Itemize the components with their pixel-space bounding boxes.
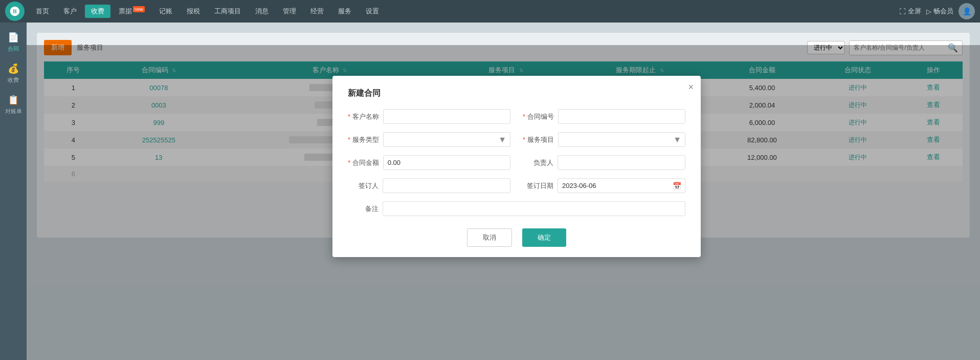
confirm-button[interactable]: 确定 <box>522 228 566 247</box>
nav-message[interactable]: 消息 <box>249 5 275 18</box>
nav-ticket[interactable]: 票据new <box>113 5 151 18</box>
label-contract-amount: 合同金额 <box>348 158 379 167</box>
member-label: 畅会员 <box>933 7 953 16</box>
nav-tax[interactable]: 报税 <box>181 5 206 18</box>
input-contract-no[interactable] <box>558 109 685 124</box>
sidebar-item-contract[interactable]: 📄 合同 <box>1 28 26 57</box>
left-sidebar: 📄 合同 💰 收费 📋 对账单 <box>0 23 27 360</box>
label-signer: 签订人 <box>348 181 378 190</box>
field-service-item: 服务项目 ▼ <box>523 132 685 147</box>
sidebar-item-label-contract: 合同 <box>8 45 19 53</box>
nav-invoice-collect[interactable]: 收费 <box>85 5 110 18</box>
label-sign-date: 签订日期 <box>523 181 553 190</box>
dialog-title: 新建合同 <box>348 88 685 99</box>
invoice-icon: 💰 <box>8 63 19 74</box>
sidebar-item-label-invoice: 收费 <box>8 76 19 84</box>
input-remark[interactable] <box>383 201 685 216</box>
calendar-icon[interactable]: 📅 <box>673 182 681 190</box>
label-contract-no: 合同编号 <box>523 112 554 121</box>
main-content: 新增 服务项目 进行中 已完成 已终止 🔍 序号 合同 <box>27 23 980 360</box>
sidebar-item-statement[interactable]: 📋 对账单 <box>1 90 26 119</box>
sidebar-item-invoice[interactable]: 💰 收费 <box>1 59 26 88</box>
sidebar-item-label-statement: 对账单 <box>5 108 22 115</box>
new-contract-dialog: × 新建合同 客户名称 合同编号 服务类型 ▼ <box>332 76 701 257</box>
field-contract-no: 合同编号 <box>523 109 685 124</box>
nav-operation[interactable]: 经营 <box>304 5 330 18</box>
top-nav: 首页 客户 收费 票据new 记账 报税 工商项目 消息 管理 经营 服务 设置… <box>0 0 980 23</box>
field-service-type: 服务类型 ▼ <box>348 132 510 147</box>
nav-home[interactable]: 首页 <box>30 5 55 18</box>
nav-customer[interactable]: 客户 <box>57 5 83 18</box>
nav-bookkeeping[interactable]: 记账 <box>153 5 179 18</box>
nav-manage[interactable]: 管理 <box>277 5 302 18</box>
select-service-type[interactable] <box>383 132 510 147</box>
input-contract-amount[interactable] <box>383 155 510 170</box>
fullscreen-button[interactable]: ⛶ 全屏 <box>899 7 921 16</box>
field-remark: 备注 <box>348 201 685 216</box>
nav-right: ⛶ 全屏 ▷ 畅会员 👤 <box>899 3 975 19</box>
label-customer-name: 客户名称 <box>348 112 379 121</box>
dialog-footer: 取消 确定 <box>348 228 685 247</box>
field-customer-name: 客户名称 <box>348 109 510 124</box>
nav-items: 首页 客户 收费 票据new 记账 报税 工商项目 消息 管理 经营 服务 设置 <box>30 5 899 18</box>
field-signer: 签订人 <box>348 178 510 193</box>
input-responsible[interactable] <box>558 155 685 170</box>
fullscreen-icon: ⛶ <box>899 8 906 15</box>
new-badge: new <box>133 6 145 12</box>
avatar[interactable]: 👤 <box>959 3 975 19</box>
input-sign-date[interactable] <box>558 178 685 193</box>
input-signer[interactable] <box>383 178 510 193</box>
cancel-button[interactable]: 取消 <box>467 228 512 247</box>
label-service-type: 服务类型 <box>348 135 379 144</box>
label-responsible: 负责人 <box>523 158 553 167</box>
app-logo <box>5 2 25 21</box>
contract-icon: 📄 <box>8 32 19 43</box>
field-contract-amount: 合同金额 <box>348 155 510 170</box>
member-button[interactable]: ▷ 畅会员 <box>926 7 953 16</box>
select-service-item[interactable] <box>558 132 685 147</box>
play-icon: ▷ <box>926 8 931 15</box>
nav-settings[interactable]: 设置 <box>360 5 385 18</box>
nav-service[interactable]: 服务 <box>332 5 358 18</box>
label-remark: 备注 <box>348 204 378 214</box>
field-responsible: 负责人 <box>523 155 685 170</box>
dialog-overlay: × 新建合同 客户名称 合同编号 服务类型 ▼ <box>27 45 980 360</box>
nav-industry[interactable]: 工商项目 <box>208 5 247 18</box>
label-service-item: 服务项目 <box>523 135 554 144</box>
field-sign-date: 签订日期 📅 <box>523 178 685 193</box>
input-customer-name[interactable] <box>383 109 510 124</box>
fullscreen-label: 全屏 <box>908 7 921 16</box>
statement-icon: 📋 <box>8 94 19 105</box>
dialog-close-button[interactable]: × <box>688 82 694 93</box>
dialog-form: 客户名称 合同编号 服务类型 ▼ 服务项目 <box>348 109 685 216</box>
